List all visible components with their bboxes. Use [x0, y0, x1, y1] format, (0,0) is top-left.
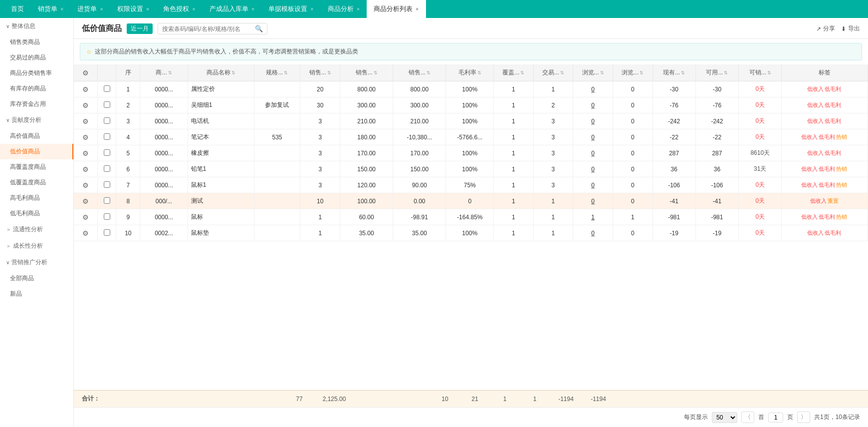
column-gross-margin[interactable]: 毛利率⇅ [446, 64, 494, 81]
gear-icon[interactable]: ⚙ [82, 69, 89, 77]
column-sales-amount[interactable]: 销售...⇅ [340, 64, 393, 81]
browse1[interactable]: 0 [573, 177, 613, 193]
share-button[interactable]: ↗ 分享 [816, 24, 835, 33]
table-row[interactable]: ⚙ 3 0000... 电话机 3 210.00 210.00 100% 1 3… [74, 113, 868, 129]
sidebar-item-high-margin[interactable]: 高毛利商品 [0, 190, 73, 206]
browse1[interactable]: 0 [573, 129, 613, 145]
row-checkbox[interactable] [104, 117, 110, 124]
nav-home[interactable]: 首页 [4, 0, 31, 18]
nav-role-auth[interactable]: 角色授权× [156, 0, 202, 18]
row-checkbox[interactable] [104, 101, 110, 108]
column-gear[interactable]: ⚙ [74, 64, 98, 81]
browse1[interactable]: 0 [573, 113, 613, 129]
nav-purchase-order[interactable]: 进货单× [70, 0, 110, 18]
sidebar-item-category-sales-rate[interactable]: 商品分类销售率 [0, 65, 73, 81]
close-icon[interactable]: × [100, 6, 103, 12]
page-size-select[interactable]: 50 100 200 [712, 412, 737, 423]
row-checkbox[interactable] [104, 133, 110, 140]
next-page-button[interactable]: 〉 [797, 412, 810, 423]
column-sales-profit[interactable]: 销售...⇅ [393, 64, 446, 81]
sidebar-group-contribution[interactable]: ∨ 贡献度分析 [0, 112, 73, 128]
row-checkbox[interactable] [104, 197, 110, 204]
checkbox-cell[interactable] [98, 193, 116, 209]
table-row[interactable]: ⚙ 5 0000... 橡皮擦 3 170.00 170.00 100% 1 3… [74, 145, 868, 161]
gear-cell[interactable]: ⚙ [74, 161, 98, 177]
sidebar-item-low-value[interactable]: 低价值商品 [0, 144, 73, 159]
column-name[interactable]: 商品名称⇅ [188, 64, 254, 81]
close-icon[interactable]: × [60, 6, 63, 12]
gear-cell[interactable]: ⚙ [74, 145, 98, 161]
browse1[interactable]: 0 [573, 81, 613, 97]
sidebar-item-low-margin[interactable]: 低毛利商品 [0, 206, 73, 221]
gear-icon[interactable]: ⚙ [82, 165, 89, 173]
gear-icon[interactable]: ⚙ [82, 181, 89, 189]
column-trade[interactable]: 交易...⇅ [533, 64, 573, 81]
sidebar-item-sales-products[interactable]: 销售类商品 [0, 34, 73, 50]
sidebar-group-marketing[interactable]: ∨ 营销推广分析 [0, 254, 73, 271]
table-row[interactable]: ⚙ 1 0000... 属性定价 20 800.00 800.00 100% 1… [74, 81, 868, 97]
column-available[interactable]: 可用...⇅ [695, 64, 738, 81]
browse1[interactable]: 0 [573, 145, 613, 161]
gear-cell[interactable]: ⚙ [74, 97, 98, 113]
column-sellable[interactable]: 可销...⇅ [739, 64, 782, 81]
row-checkbox[interactable] [104, 165, 110, 172]
search-input[interactable] [162, 25, 252, 32]
close-icon[interactable]: × [310, 6, 313, 12]
sidebar-item-stock-funds[interactable]: 库存资金占用 [0, 96, 73, 112]
table-row[interactable]: ⚙ 4 0000... 笔记本 535 3 180.00 -10,380... … [74, 129, 868, 145]
sidebar-group-overall[interactable]: ∨ 整体信息 [0, 18, 73, 34]
nav-template-settings[interactable]: 单据模板设置× [261, 0, 320, 18]
sidebar-item-high-value[interactable]: 高价值商品 [0, 128, 73, 144]
nav-product-stock[interactable]: 产成品入库单× [203, 0, 261, 18]
gear-cell[interactable]: ⚙ [74, 113, 98, 129]
gear-icon[interactable]: ⚙ [82, 117, 89, 125]
column-sales-qty[interactable]: 销售...⇅ [300, 64, 340, 81]
column-browse1[interactable]: 浏览...⇅ [573, 64, 613, 81]
browse1[interactable]: 1 [573, 209, 613, 225]
sidebar-item-stocked-products[interactable]: 有库存的商品 [0, 81, 73, 96]
checkbox-cell[interactable] [98, 145, 116, 161]
close-icon[interactable]: × [357, 6, 360, 12]
row-checkbox[interactable] [104, 229, 110, 236]
column-coverage[interactable]: 覆盖...⇅ [494, 64, 534, 81]
checkbox-cell[interactable] [98, 161, 116, 177]
sidebar-item-high-coverage[interactable]: 高覆盖度商品 [0, 159, 73, 175]
sidebar-item-low-coverage[interactable]: 低覆盖度商品 [0, 175, 73, 190]
checkbox-cell[interactable] [98, 81, 116, 97]
sidebar-item-all-products[interactable]: 全部商品 [0, 271, 73, 286]
row-checkbox[interactable] [104, 149, 110, 156]
checkbox-cell[interactable] [98, 129, 116, 145]
gear-icon[interactable]: ⚙ [82, 149, 89, 157]
sidebar-group-growth[interactable]: ＞ 成长性分析 [0, 238, 73, 254]
table-row[interactable]: ⚙ 9 0000... 鼠标 1 60.00 -98.91 -164.85% 1… [74, 209, 868, 225]
table-row[interactable]: ⚙ 7 0000... 鼠标1 3 120.00 90.00 75% 1 3 0… [74, 177, 868, 193]
gear-icon[interactable]: ⚙ [82, 213, 89, 221]
gear-icon[interactable]: ⚙ [82, 197, 89, 205]
checkbox-cell[interactable] [98, 209, 116, 225]
close-icon[interactable]: × [192, 6, 195, 12]
checkbox-cell[interactable] [98, 225, 116, 241]
column-code[interactable]: 商...⇅ [140, 64, 188, 81]
sidebar-item-new-products[interactable]: 新品 [0, 286, 73, 302]
gear-cell[interactable]: ⚙ [74, 81, 98, 97]
gear-icon[interactable]: ⚙ [82, 229, 89, 237]
row-checkbox[interactable] [104, 85, 110, 92]
table-row[interactable]: ⚙ 6 0000... 铅笔1 3 150.00 150.00 100% 1 3… [74, 161, 868, 177]
close-icon[interactable]: × [416, 6, 419, 12]
sidebar-item-traded-products[interactable]: 交易过的商品 [0, 50, 73, 65]
gear-icon[interactable]: ⚙ [82, 101, 89, 109]
filter-tag-button[interactable]: 近一月 [127, 23, 153, 34]
checkbox-cell[interactable] [98, 177, 116, 193]
gear-cell[interactable]: ⚙ [74, 129, 98, 145]
nav-product-analysis[interactable]: 商品分析× [321, 0, 367, 18]
close-icon[interactable]: × [251, 6, 254, 12]
nav-product-analysis-list[interactable]: 商品分析列表× [367, 0, 426, 18]
gear-icon[interactable]: ⚙ [82, 133, 89, 141]
page-number-input[interactable] [768, 413, 783, 423]
row-checkbox[interactable] [104, 213, 110, 220]
browse1[interactable]: 0 [573, 225, 613, 241]
checkbox-cell[interactable] [98, 97, 116, 113]
search-icon[interactable]: 🔍 [255, 25, 263, 32]
checkbox-cell[interactable] [98, 113, 116, 129]
gear-cell[interactable]: ⚙ [74, 225, 98, 241]
